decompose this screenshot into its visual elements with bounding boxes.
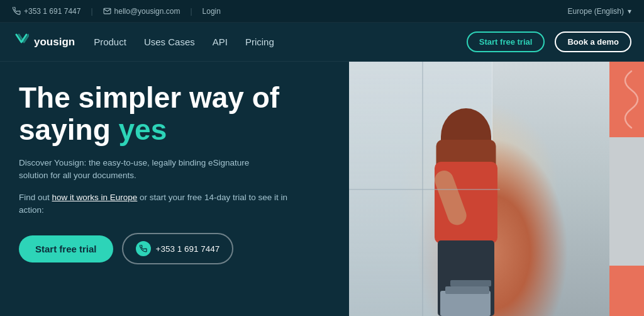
phone-icon <box>13 7 21 15</box>
nav-product[interactable]: Product <box>94 37 126 47</box>
top-bar-left: +353 1 691 7447 | hello@yousign.com | Lo… <box>13 7 221 16</box>
hero-heading: The simpler way of saying yes <box>19 82 330 145</box>
book-stack2 <box>450 280 491 286</box>
phone-small-icon <box>140 245 147 252</box>
hero-photo <box>349 62 609 316</box>
hero-subtext: Discover Yousign: the easy-to-use, legal… <box>19 157 270 183</box>
hero-content: The simpler way of saying yes Discover Y… <box>0 62 349 316</box>
navbar: yousign Product Uses Cases API Pricing S… <box>0 23 644 62</box>
nav-api[interactable]: API <box>213 37 228 47</box>
hero-image-area <box>349 62 644 316</box>
hero-link-text: Find out how it works in Europe or start… <box>19 191 289 217</box>
top-bar: +353 1 691 7447 | hello@yousign.com | Lo… <box>0 0 644 23</box>
hero-buttons: Start free trial +353 1 691 7447 <box>19 233 330 264</box>
phone-contact: +353 1 691 7447 <box>13 7 80 16</box>
email-contact: hello@yousign.com <box>103 7 180 16</box>
email-address: hello@yousign.com <box>114 7 180 16</box>
books <box>440 291 491 316</box>
region-label: Europe (English) <box>568 7 624 16</box>
how-it-works-link[interactable]: how it works in Europe <box>52 193 138 202</box>
squiggle-icon <box>613 65 641 134</box>
heading-line1: The simpler way of <box>19 81 279 114</box>
region-selector[interactable]: Europe (English) ▾ <box>568 7 631 16</box>
link-intro: Find out <box>19 193 52 202</box>
heading-yes: yes <box>119 113 167 146</box>
phone-number: +353 1 691 7447 <box>24 7 80 16</box>
hero-image <box>349 62 644 316</box>
logo-icon <box>13 33 30 51</box>
nav-trial-button[interactable]: Start free trial <box>467 31 545 52</box>
phone-cta-button[interactable]: +353 1 691 7447 <box>122 233 234 264</box>
nav-links: Product Uses Cases API Pricing <box>94 37 274 47</box>
chevron-down-icon: ▾ <box>628 7 631 16</box>
heading-saying: saying <box>19 113 119 146</box>
phone-cta-number: +353 1 691 7447 <box>156 244 220 254</box>
phone-chip-icon <box>136 241 151 256</box>
coral-accent-top <box>609 62 644 137</box>
login-link[interactable]: Login <box>203 7 221 16</box>
logo[interactable]: yousign <box>13 33 75 51</box>
separator2: | <box>190 7 192 16</box>
logo-text: yousign <box>34 36 75 48</box>
heading-line2: saying yes <box>19 113 167 146</box>
mail-icon <box>103 7 111 15</box>
window-horizontal <box>349 189 500 190</box>
book-stack <box>445 286 489 294</box>
start-trial-button[interactable]: Start free trial <box>19 235 113 262</box>
hero-section: The simpler way of saying yes Discover Y… <box>0 62 644 316</box>
coral-accent-bottom <box>609 266 644 316</box>
nav-use-cases[interactable]: Uses Cases <box>144 37 195 47</box>
nav-pricing[interactable]: Pricing <box>245 37 274 47</box>
separator: | <box>91 7 92 16</box>
nav-actions: Start free trial Book a demo <box>467 31 631 52</box>
nav-demo-button[interactable]: Book a demo <box>555 31 631 52</box>
